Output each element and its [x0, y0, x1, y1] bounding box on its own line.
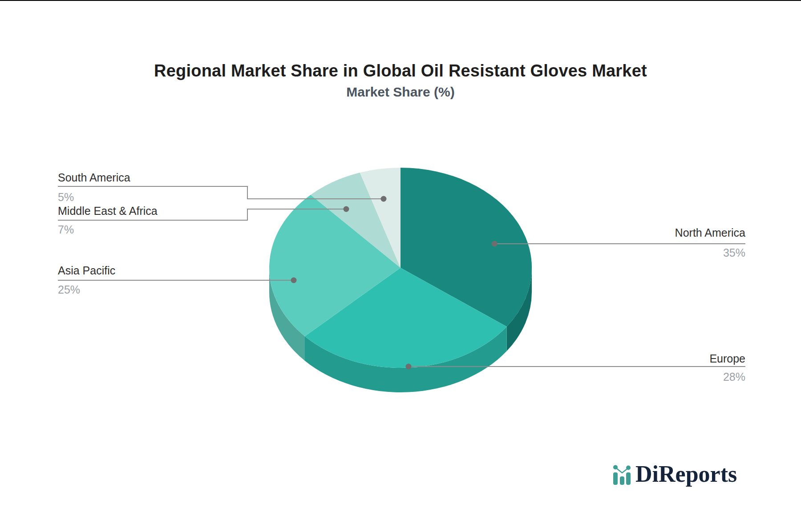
- callout-value-middle-east-africa: 7%: [58, 223, 74, 236]
- callout-label-asia-pacific: Asia Pacific: [58, 264, 115, 277]
- callout-label-south-america: South America: [58, 171, 130, 184]
- callout-label-north-america: North America: [523, 226, 745, 239]
- leader-dot-middle-east-africa: [344, 206, 349, 212]
- callout-value-south-america: 5%: [58, 191, 74, 204]
- callout-value-asia-pacific: 25%: [58, 283, 80, 296]
- callout-value-europe: 28%: [523, 371, 745, 383]
- mini-bar-line-chart-icon: [612, 464, 633, 486]
- leader-dot-south-america: [381, 196, 387, 202]
- leader-dot-north-america: [492, 241, 498, 247]
- pie-chart: [0, 1, 801, 532]
- leader-dot-asia-pacific: [291, 278, 297, 283]
- callout-label-europe: Europe: [523, 352, 745, 365]
- brand-logo: DiReports: [612, 463, 737, 486]
- chart-canvas: Regional Market Share in Global Oil Resi…: [0, 0, 801, 532]
- callout-label-middle-east-africa: Middle East & Africa: [58, 205, 158, 218]
- pie-slices: [269, 168, 532, 368]
- brand-logo-text: DiReports: [635, 463, 737, 486]
- leader-dot-europe: [406, 364, 412, 370]
- callout-value-north-america: 35%: [523, 246, 745, 259]
